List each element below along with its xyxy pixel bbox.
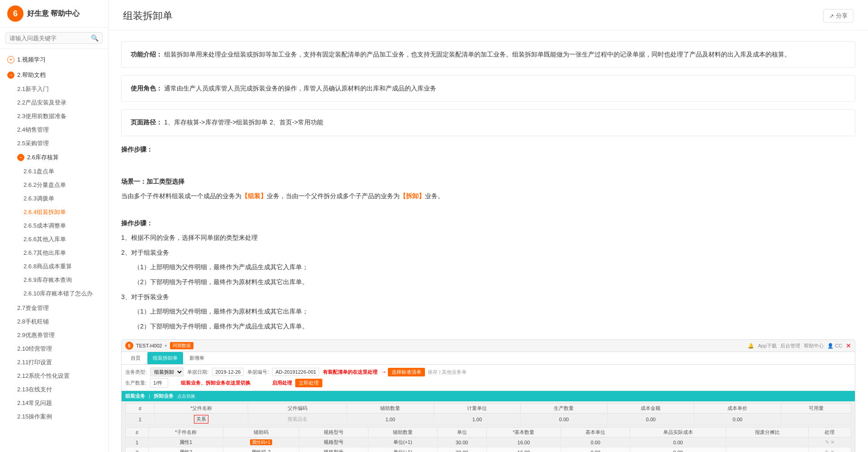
mock-orange-tag: 属性码+1: [250, 439, 272, 445]
mock-parent-td-name: 关系: [155, 414, 248, 425]
sidebar-item-personalize[interactable]: 2.12系统个性化设置: [0, 369, 108, 383]
logo-text: 好生意 帮助中心: [27, 9, 80, 19]
mock-parent-td-code: 搜索品名: [248, 414, 347, 425]
sidebar-item-purchase[interactable]: 2.5采购管理: [0, 137, 108, 150]
steps-content: 操作步骤： 场景一：加工类型选择 当由多个子件材料组装成一个成品的业务为【组装】…: [121, 143, 855, 333]
screenshot-container: 6 TEST-H002 ▾ 同期数据 🔔 App下载 后台管理 帮助中心 👤 C…: [121, 339, 855, 452]
annotation3-area: 启用处理 立即处理: [272, 379, 322, 387]
mock-th-seq: #: [126, 404, 155, 414]
step2: 2、对于组装业务: [121, 247, 855, 259]
search-input[interactable]: [9, 35, 91, 42]
sidebar-item-video[interactable]: + 1.视频学习: [0, 52, 108, 67]
scenario1-desc: 当由多个子件材料组装成一个成品的业务为【组装】业务，当由一个父件拆分成多个子产品…: [121, 190, 855, 202]
mock-tab-new[interactable]: 新增单: [184, 352, 210, 364]
ops-label: 操作步骤：: [121, 143, 855, 156]
sidebar-item-other-out[interactable]: 2.6.7其他出库单: [0, 246, 108, 260]
page-title: 组装拆卸单: [123, 9, 173, 23]
sidebar-item-faq[interactable]: 2.14常见问题: [0, 396, 108, 410]
mock-close-icon[interactable]: ✕: [846, 342, 851, 349]
sidebar-item-inventory[interactable]: − 2.6库存核算: [0, 150, 108, 165]
mock-tab-assembly[interactable]: 组装拆卸单: [147, 352, 183, 364]
mock-child-row2: 2 属性2 属性码-2 规格型号 单位(+1) 30.00 16.00 0.00…: [126, 447, 851, 452]
mock-new-btn[interactable]: 同期数据: [170, 342, 193, 349]
sidebar: 6 好生意 帮助中心 🔍 + 1.视频学习 − 2.帮助文档 2.1新手入门: [0, 0, 108, 452]
mock-std-list-btn[interactable]: 选择标准清单: [388, 368, 425, 376]
sidebar-item-capital[interactable]: 2.7资金管理: [0, 301, 108, 315]
content-wrapper: 功能介绍： 组装拆卸单用来处理企业组装或拆卸等加工业务，支持有固定装配清单的产品…: [108, 30, 868, 452]
search-icon[interactable]: 🔍: [91, 34, 99, 42]
sidebar-item-other-in[interactable]: 2.6.6其他入库单: [0, 233, 108, 246]
mock-admin-label: 后台管理: [780, 343, 800, 349]
share-button[interactable]: ↗ 分享: [823, 9, 854, 23]
annotation3-text: 启用处理: [272, 380, 292, 385]
mock-parent-name-input[interactable]: 关系: [194, 415, 208, 423]
mock-top-right: 🔔 App下载 后台管理 帮助中心 👤 CC ✕: [748, 342, 851, 349]
sidebar-item-data-prep[interactable]: 2.3使用前数据准备: [0, 109, 108, 123]
mock-cth-cost: 单品实际成本: [630, 428, 726, 438]
nav-group-inventory: − 2.6库存核算 2.6.1盘点单 2.6.2分量盘点单 2.6.3调拨单: [0, 150, 108, 300]
sidebar-item-beginner[interactable]: 2.1新手入门: [0, 82, 108, 96]
mock-type-select[interactable]: 组装拆卸: [150, 367, 184, 376]
mock-search-hint[interactable]: 搜索品名: [286, 415, 309, 423]
mock-org-label: 单据编号:: [247, 369, 269, 376]
mock-cth-base-qty: *基本数量: [486, 428, 561, 438]
sidebar-item-install[interactable]: 2.2产品安装及登录: [0, 96, 108, 109]
sidebar-item-assembly[interactable]: 2.6.4组装拆卸单: [0, 205, 108, 219]
annotation1-btn-area: → 选择标准清单: [380, 368, 425, 376]
mock-tab-home[interactable]: 自页: [125, 352, 146, 364]
sidebar-item-transfer[interactable]: 2.6.3调拨单: [0, 192, 108, 205]
nav-group-docs: − 2.帮助文档 2.1新手入门 2.2产品安装及登录 2.3使用前数据准备 2…: [0, 68, 108, 423]
path-label: 页面路径：: [131, 119, 162, 126]
mock-parent-td-aux: 1.00: [347, 414, 434, 425]
logo-area: 6 好生意 帮助中心: [0, 0, 108, 28]
mock-th-aux-qty: 辅助数量: [347, 404, 434, 414]
sidebar-item-coupon[interactable]: 2.9优惠券管理: [0, 328, 108, 342]
step2-1: （1）上部明细为父件明细，最终作为产成品生成其它入库单；: [121, 261, 855, 273]
mock-qty-label: 生产数量:: [125, 380, 146, 386]
mock-child-row1: 1 属性1 属性码+1 规格型号 单位(+1) 30.00 16.00 0.00: [126, 438, 851, 447]
sidebar-item-partial-stocktake[interactable]: 2.6.2分量盘点单: [0, 178, 108, 192]
sidebar-item-docs[interactable]: − 2.帮助文档: [0, 68, 108, 82]
nav-sub-sublist-inv: 2.6.1盘点单 2.6.2分量盘点单 2.6.3调拨单 2.6.4组装拆卸单: [0, 165, 108, 300]
annotation1-text: 有装配清单的在这里处理: [323, 369, 377, 376]
mock-top-bar: 6 TEST-H002 ▾ 同期数据 🔔 App下载 后台管理 帮助中心 👤 C…: [122, 340, 855, 352]
mock-date-value[interactable]: 2019-12-26: [212, 368, 244, 376]
mock-child-table-area: # *子件名称 辅助码 规格型号 辅助数量 单位 *基本数量 基本单位 单品实际…: [122, 427, 855, 452]
steps-title: 操作步骤：: [121, 217, 855, 229]
main-header: 组装拆卸单 ↗ 分享: [108, 0, 868, 30]
mock-org-value[interactable]: AD-20191226-001: [272, 368, 319, 376]
mock-disassembly-label: 拆卸业务: [154, 393, 174, 400]
mock-child-table: # *子件名称 辅助码 规格型号 辅助数量 单位 *基本数量 基本单位 单品实际…: [125, 427, 851, 452]
sidebar-item-management[interactable]: 2.10经营管理: [0, 342, 108, 356]
mock-parent-td-cost-unit: 0.00: [694, 414, 781, 425]
sidebar-item-inv-query[interactable]: 2.6.9库存账本查询: [0, 273, 108, 287]
mock-cth-name: *子件名称: [149, 428, 223, 438]
mock-avatar: 👤 CC: [827, 343, 842, 349]
mock-parent-td-unit: 1.00: [434, 414, 520, 425]
intro-text: 组装拆卸单用来处理企业组装或拆卸等加工业务，支持有固定装配清单的产品加工业务，也…: [164, 51, 791, 58]
sidebar-item-mobile[interactable]: 2.8手机旺铺: [0, 315, 108, 328]
mock-cth-action: 处理: [808, 428, 851, 438]
mock-th-parent-code: 父件编码: [248, 404, 347, 414]
sidebar-item-cases[interactable]: 2.15操作案例: [0, 410, 108, 423]
sidebar-item-stocktake[interactable]: 2.6.1盘点单: [0, 165, 108, 178]
sidebar-item-cost-adjust[interactable]: 2.6.5成本调整单: [0, 219, 108, 233]
mock-top-left: 6 TEST-H002 ▾ 同期数据: [125, 342, 193, 350]
mock-edit-icon-2[interactable]: ✎ ✕: [825, 449, 835, 452]
sidebar-item-payment[interactable]: 2.13在线支付: [0, 383, 108, 396]
mock-bar-divider: |: [149, 394, 150, 399]
step2-2: （2）下部明细为子件明细，最终作为原材料生成其它出库单。: [121, 276, 855, 288]
search-box[interactable]: 🔍: [5, 32, 103, 44]
sidebar-item-inv-error[interactable]: 2.6.10库存账本错了怎么办: [0, 287, 108, 300]
sidebar-item-sales[interactable]: 2.4销售管理: [0, 123, 108, 137]
mock-parent-row1: 1 关系 搜索品名 1.00 1.00 0.00 0.00: [126, 414, 851, 425]
role-label: 使用角色：: [131, 85, 162, 92]
mock-parent-td-cost-amt: 0.00: [607, 414, 694, 425]
mock-th-cost-unit: 成本单价: [694, 404, 781, 414]
sidebar-item-cost-recalc[interactable]: 2.6.8商品成本重算: [0, 260, 108, 273]
mock-enable-btn[interactable]: 立即处理: [295, 379, 322, 387]
mock-qty-value[interactable]: 1/件: [150, 378, 168, 388]
mock-edit-icon-1[interactable]: ✎ ✕: [825, 439, 835, 445]
sidebar-item-print[interactable]: 2.11打印设置: [0, 356, 108, 369]
mock-bell-icon: 🔔: [748, 343, 754, 349]
